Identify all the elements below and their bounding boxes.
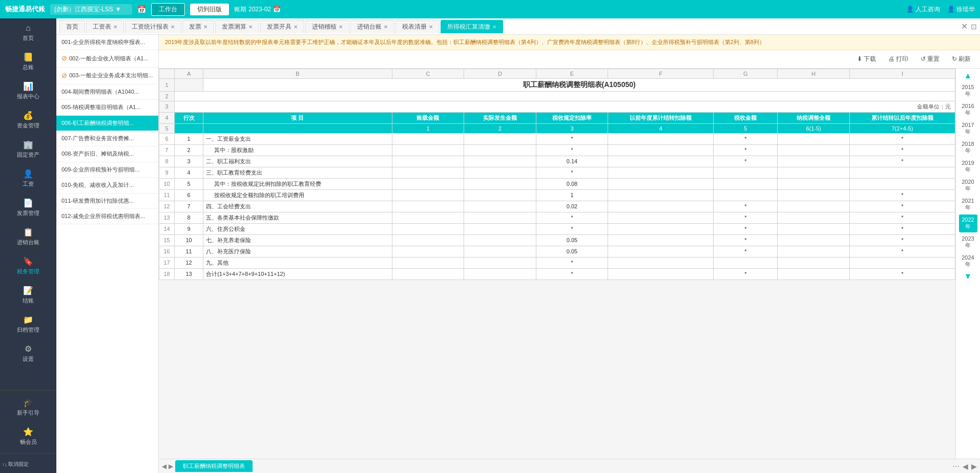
form-list-item-005[interactable]: 005-纳税调整项目明细表（A1... xyxy=(56,100,158,115)
warn-icon-003: ⊘ xyxy=(61,71,67,80)
col-e: E xyxy=(536,69,608,78)
bottom-scroll-right[interactable]: ▶ xyxy=(971,462,977,470)
form-list-item-006[interactable]: 006-职工薪酬纳税调整明细... xyxy=(56,116,158,131)
sidebar-item-assets[interactable]: 🏢 固定资产 xyxy=(0,135,56,164)
form-list-item-012[interactable]: 012-减免企业所得税优惠明细表... xyxy=(56,209,158,224)
close-tab-invoice-calc[interactable]: ✕ xyxy=(248,24,253,30)
toolbar: ⬇ 下载 🖨 打印 ↺ 重置 ↻ 刷新 xyxy=(159,50,980,69)
sidebar-item-fund[interactable]: 💰 资金管理 xyxy=(0,105,56,135)
sub-header-row-5: 5 1 2 3 4 5 6(1-5) 7(2+4-5) xyxy=(159,123,955,133)
calendar-icon[interactable]: 📅 xyxy=(137,5,146,13)
close-tab-income-tax[interactable]: ✕ xyxy=(492,24,496,30)
year-2018[interactable]: 2018年 xyxy=(959,139,977,157)
form-list-item-010[interactable]: 010-免税、减收收入及加计... xyxy=(56,178,158,193)
download-button[interactable]: ⬇ 下载 xyxy=(854,53,879,65)
sidebar-item-salary[interactable]: 👤 工资 xyxy=(0,164,56,193)
year-2019[interactable]: 2019年 xyxy=(959,158,977,176)
tab-income-tax[interactable]: 所得税汇算清缴 ✕ xyxy=(441,20,503,33)
year-2016[interactable]: 2016年 xyxy=(959,101,977,119)
close-tab-invoice-issue[interactable]: ✕ xyxy=(294,24,298,30)
form-list-item-001[interactable]: 001-企业所得税年度纳税申报表... xyxy=(56,35,158,50)
header-col3: 税收规定扣除率 xyxy=(536,112,608,123)
sidebar-item-archive[interactable]: 📁 归档管理 xyxy=(0,310,56,339)
table-row: 15 10 七、补充养老保险 0.05 * * xyxy=(159,234,955,246)
sidebar: ⌂ 首页 📒 总账 📊 报表中心 💰 资金管理 🏢 固定资产 👤 工资 📄 发票… xyxy=(0,18,56,473)
sidebar-item-settings[interactable]: ⚙ 设置 xyxy=(0,339,56,368)
close-tab-invoice[interactable]: ✕ xyxy=(203,24,207,30)
tab-home[interactable]: 首页 xyxy=(59,20,85,33)
spreadsheet-main[interactable]: A B C D E F G H I xyxy=(159,69,955,459)
sidebar-item-purchase[interactable]: 📋 进销台账 xyxy=(0,222,56,251)
sidebar-item-unpin[interactable]: ↑↓ 取消固定 xyxy=(0,456,56,473)
refresh-button[interactable]: ↻ 刷新 xyxy=(949,53,974,65)
year-2024[interactable]: 2024年 xyxy=(959,252,977,270)
table-row: 9 4 三、职工教育经费支出 * xyxy=(159,167,955,178)
tab-salary-report[interactable]: 工资统计报表 ✕ xyxy=(125,20,181,33)
close-tab-salary-report[interactable]: ✕ xyxy=(171,24,175,30)
blank-row-2: 2 xyxy=(159,91,955,101)
tab-tax-book[interactable]: 税表清册 ✕ xyxy=(395,20,440,33)
form-list-item-004[interactable]: 004-期间费用明细表（A1040... xyxy=(56,84,158,100)
year-2020[interactable]: 2020年 xyxy=(959,177,977,195)
bottom-menu-icon[interactable]: ⋯ xyxy=(952,462,960,470)
sidebar-item-home[interactable]: ⌂ 首页 xyxy=(0,18,56,47)
close-book-icon: 📝 xyxy=(23,286,33,295)
sidebar-label-home: 首页 xyxy=(23,34,34,42)
close-tab-purchase-ledger[interactable]: ✕ xyxy=(384,24,388,30)
sidebar-item-ledger[interactable]: 📒 总账 xyxy=(0,47,56,76)
bottom-prev-btn[interactable]: ◀ xyxy=(162,463,166,470)
col-b: B xyxy=(203,69,392,78)
bottom-next-btn[interactable]: ▶ xyxy=(169,463,173,470)
tab-salary[interactable]: 工资表 ✕ xyxy=(86,20,124,33)
sidebar-item-close[interactable]: 📝 结账 xyxy=(0,281,56,310)
bottom-scroll-left[interactable]: ◀ xyxy=(963,462,968,470)
close-tab-purchase-audit[interactable]: ✕ xyxy=(339,24,343,30)
sidebar-item-guide[interactable]: 🎓 新手引导 xyxy=(0,393,56,422)
tab-purchase-audit[interactable]: 进销稽核 ✕ xyxy=(305,20,349,33)
company-selector[interactable]: (勿删）江西膜宝-LSS ▼ xyxy=(50,4,132,15)
tab-invoice[interactable]: 发票 ✕ xyxy=(182,20,214,33)
col-d: D xyxy=(464,69,536,78)
form-list-item-007[interactable]: 007-广告费和业务宣传费摊... xyxy=(56,131,158,146)
form-list-item-008[interactable]: 008-资产折旧、摊销及纳税... xyxy=(56,146,158,162)
form-list-item-003[interactable]: ⊘ 003-一般企业业务成本支出明细... xyxy=(56,68,158,84)
table-title: 职工薪酬纳税调整明细表(A105050) xyxy=(203,78,955,91)
close-tab-tax-book[interactable]: ✕ xyxy=(429,24,433,30)
reset-icon: ↺ xyxy=(921,55,926,62)
workspace-button[interactable]: 工作台 xyxy=(151,3,185,16)
subheader-7: 7(2+4-5) xyxy=(849,123,955,133)
tab-invoice-calc[interactable]: 发票测算 ✕ xyxy=(215,20,259,33)
support-link[interactable]: 👤 人工咨询 xyxy=(906,5,940,14)
year-2023[interactable]: 2023年 xyxy=(959,233,977,251)
form-list-item-002[interactable]: ⊘ 002-一般企业收入明细表（A1... xyxy=(56,50,158,67)
download-icon: ⬇ xyxy=(857,55,862,62)
tab-close-btn[interactable]: ✕ xyxy=(961,22,968,31)
reset-button[interactable]: ↺ 重置 xyxy=(918,53,943,65)
close-tab-salary[interactable]: ✕ xyxy=(113,24,117,30)
sidebar-item-member[interactable]: ⭐ 畅会员 xyxy=(0,422,56,451)
warning-text: 2019年度涉及取以前年度结转数据的申报表单元格需要手工维护正确，才能确证本年及… xyxy=(165,39,765,45)
col-a: A xyxy=(175,69,203,78)
table-row: 12 7 四、工会经费支出 0.02 * * xyxy=(159,201,955,212)
form-list-item-011[interactable]: 011-研发费用加计扣除优惠... xyxy=(56,193,158,209)
year-2015[interactable]: 2015年 xyxy=(959,82,977,100)
user-info[interactable]: 👤 徐瑶华 xyxy=(947,5,975,14)
tab-purchase-ledger[interactable]: 进销台账 ✕ xyxy=(350,20,394,33)
year-nav-down[interactable]: ▼ xyxy=(961,271,976,282)
guide-icon: 🎓 xyxy=(23,398,33,407)
sidebar-item-report[interactable]: 📊 报表中心 xyxy=(0,76,56,105)
sidebar-item-tax[interactable]: 🔖 税务管理 xyxy=(0,251,56,281)
sidebar-label-ledger: 总账 xyxy=(23,63,34,71)
form-list-item-009[interactable]: 009-企业所得税预补亏损明细... xyxy=(56,162,158,178)
warning-bar: 2019年度涉及取以前年度结转数据的申报表单元格需要手工维护正确，才能确证本年及… xyxy=(159,35,980,50)
year-nav-up[interactable]: ▲ xyxy=(961,71,976,81)
tab-invoice-issue[interactable]: 发票开具 ✕ xyxy=(260,20,304,33)
bottom-tab-salary-adjust[interactable]: 职工薪酬纳税调整明细表 xyxy=(175,460,253,472)
year-2022[interactable]: 2022年 xyxy=(959,214,977,232)
year-2021[interactable]: 2021年 xyxy=(959,196,977,213)
tab-expand-btn[interactable]: ⊡ xyxy=(971,23,977,31)
old-version-button[interactable]: 切到旧版 xyxy=(190,4,229,15)
year-2017[interactable]: 2017年 xyxy=(959,120,977,138)
print-button[interactable]: 🖨 打印 xyxy=(885,53,911,65)
sidebar-item-invoice[interactable]: 📄 发票管理 xyxy=(0,193,56,222)
